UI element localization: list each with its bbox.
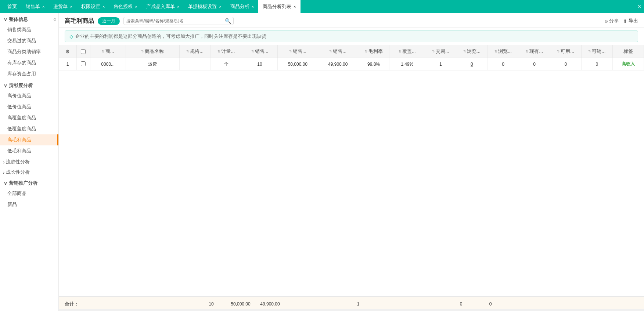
nav-tab-purchase[interactable]: 进货单 × [49,0,76,13]
table-container: ⚙ ⇅ 商... [59,45,644,296]
cell-sales-cost: 49,900.00 [318,58,358,70]
sidebar-item-capital-label: 库存资金占用 [7,71,36,76]
nav-tab-sales-close[interactable]: × [42,4,44,9]
col-sales-cost-header[interactable]: ⇅ 销售... [318,45,358,58]
sidebar-item-high-value-label: 高价值商品 [7,93,31,98]
col-name-header[interactable]: ⇅ 商品名称 [126,45,179,58]
nav-tab-permission[interactable]: 权限设置 × [77,0,109,13]
sidebar: « ∨ 整体信息 销售类商品 交易过的商品 商品分类助销率 有库存的商品 库存资… [0,13,59,311]
col-coverage-header[interactable]: ⇅ 覆盖... [389,45,425,58]
cell-tag: 高收入 [612,58,644,70]
sidebar-item-all-goods[interactable]: 全部商品 [0,188,58,199]
col-unit-label: 计量... [221,48,235,55]
cell-index: 1 [59,58,77,70]
share-button[interactable]: ⎋ 分享 [605,18,619,24]
cell-sales-qty: 10 [242,58,277,70]
nav-tab-sales-label: 销售单 [26,3,40,10]
nav-tab-goods-list[interactable]: 商品分析列表 × [258,0,300,13]
nav-tab-home[interactable]: 首页 [3,0,21,13]
col-code-header[interactable]: ⇅ 商... [90,45,126,58]
close-all-tabs[interactable]: × [638,3,641,10]
nav-tab-goods-list-close[interactable]: × [294,4,296,9]
sort-icon-trade: ⇅ [432,50,435,53]
row-checkbox[interactable] [81,61,86,66]
export-button[interactable]: ⬆ 导出 [623,18,638,24]
sidebar-group-contribution[interactable]: ∨ 贡献度分析 [0,79,58,90]
footer-sellable: 0 [476,301,505,307]
sidebar-item-in-stock[interactable]: 有库存的商品 [0,57,58,68]
sidebar-item-high-coverage[interactable]: 高覆盖度商品 [0,112,58,123]
sort-icon-browse2: ⇅ [494,50,497,53]
col-current-stock-label: 现有... [529,48,543,55]
sidebar-item-new-goods[interactable]: 新品 [0,199,58,210]
sidebar-item-low-value-label: 低价值商品 [7,104,31,109]
col-sales-cost-label: 销售... [333,48,346,55]
export-label: 导出 [629,18,638,24]
sort-icon-browse1: ⇅ [463,50,466,53]
nav-tab-finished-close[interactable]: × [177,4,179,9]
nav-tab-permission-close[interactable]: × [102,4,105,9]
sidebar-group-trend-label: 流趋性分析 [6,159,30,165]
col-sales-qty-header[interactable]: ⇅ 销售... [242,45,277,58]
sidebar-group-trend[interactable]: › 流趋性分析 [0,156,58,167]
col-current-stock-header[interactable]: ⇅ 现有... [519,45,550,58]
col-sales-amount-header[interactable]: ⇅ 销售... [278,45,318,58]
goods-table: ⚙ ⇅ 商... [59,45,644,70]
sidebar-group-overview[interactable]: ∨ 整体信息 [0,13,58,24]
sidebar-item-capital[interactable]: 库存资金占用 [0,68,58,79]
sidebar-collapse-button[interactable]: « [53,16,56,22]
cell-gross-margin: 99.8% [358,58,389,70]
sort-icon-unit: ⇅ [217,50,220,53]
col-sellable-stock-label: 可销... [592,48,605,55]
sidebar-item-category-rate[interactable]: 商品分类助销率 [0,46,58,57]
nav-tab-sales[interactable]: 销售单 × [21,0,49,13]
search-input[interactable] [126,18,223,23]
cell-browse1[interactable]: 0 [456,58,488,70]
select-all-checkbox[interactable] [81,49,86,54]
col-spec-label: 规格... [190,48,204,55]
sidebar-item-sales-goods[interactable]: 销售类商品 [0,24,58,35]
col-trade-header[interactable]: ⇅ 交易... [425,45,456,58]
col-sellable-stock-header[interactable]: ⇅ 可销... [581,45,612,58]
nav-tab-template-close[interactable]: × [219,4,221,9]
sidebar-item-high-margin[interactable]: 高毛利商品 [0,134,58,145]
sidebar-group-marketing[interactable]: ∨ 营销推广分析 [0,177,58,188]
footer-scrollbar[interactable] [59,309,644,311]
nav-tab-purchase-close[interactable]: × [70,4,72,9]
col-margin-header[interactable]: ⇅ 毛利率 [358,45,389,58]
cell-code: 0000... [90,58,126,70]
sidebar-group-overview-label: 整体信息 [9,16,28,23]
col-available-stock-label: 可用... [561,48,574,55]
col-unit-header[interactable]: ⇅ 计量... [211,45,242,58]
cell-spec [179,58,211,70]
col-tag-header[interactable]: 标签 [612,45,644,58]
cell-available-stock: 0 [550,58,581,70]
col-browse2-header[interactable]: ⇅ 浏览... [488,45,519,58]
col-available-stock-header[interactable]: ⇅ 可用... [550,45,581,58]
search-icon[interactable]: 🔍 [225,18,231,24]
sort-icon-coverage: ⇅ [399,50,402,53]
cell-sales-amount: 50,000.00 [278,58,318,70]
nav-tab-role[interactable]: 角色授权 × [109,0,141,13]
content-area: 高毛利商品 近一月 🔍 ⎋ 分享 ⬆ 导出 ◇ 企业的主要的利润都是这部分商品创… [59,13,644,311]
sidebar-item-traded-goods[interactable]: 交易过的商品 [0,35,58,46]
nav-tab-goods-analysis[interactable]: 商品分析 × [226,0,258,13]
col-spec-header[interactable]: ⇅ 规格... [179,45,211,58]
sidebar-group-growth[interactable]: › 成长性分析 [0,167,58,177]
col-code-label: 商... [105,48,114,55]
col-browse1-header[interactable]: ⇅ 浏览... [456,45,488,58]
nav-tab-permission-label: 权限设置 [81,3,100,10]
sidebar-item-low-coverage[interactable]: 低覆盖度商品 [0,123,58,134]
sidebar-item-high-value[interactable]: 高价值商品 [0,90,58,101]
nav-tab-goods-analysis-close[interactable]: × [252,4,254,9]
share-icon: ⎋ [605,18,608,24]
nav-tab-template-label: 单据模板设置 [188,3,217,10]
nav-tab-finished[interactable]: 产成品入库单 × [142,0,184,13]
nav-tab-role-close[interactable]: × [135,4,137,9]
nav-tab-template[interactable]: 单据模板设置 × [184,0,226,13]
sidebar-item-low-margin[interactable]: 低毛利商品 [0,145,58,156]
filter-recent-month-button[interactable]: 近一月 [98,17,120,25]
sidebar-item-low-value[interactable]: 低价值商品 [0,101,58,112]
col-margin-label: 毛利率 [368,48,383,55]
settings-icon[interactable]: ⚙ [65,49,70,54]
